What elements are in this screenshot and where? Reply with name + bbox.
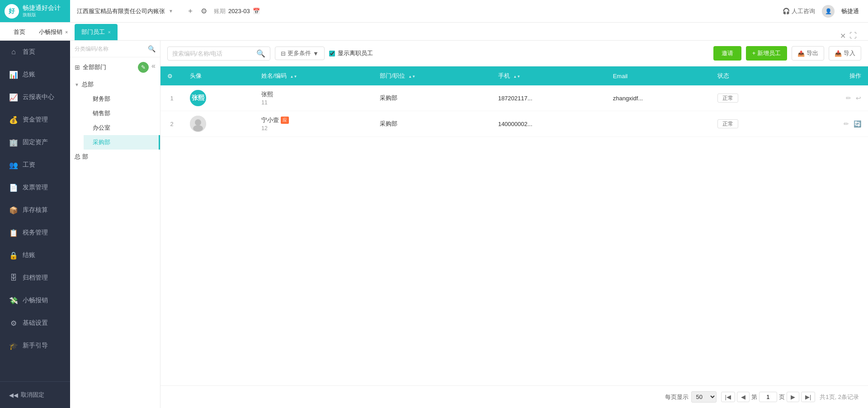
sidebar-item-expense[interactable]: 💸 小畅报销: [0, 289, 70, 312]
employee-search-input[interactable]: [172, 50, 254, 57]
sidebar-item-fund[interactable]: 💰 资金管理: [0, 108, 70, 131]
page-number-input[interactable]: [759, 392, 777, 402]
edit-icon-1[interactable]: ✏: [846, 94, 851, 102]
page-label: 页: [779, 393, 785, 401]
sidebar-item-ledger[interactable]: 📊 总账: [0, 63, 70, 86]
col-settings[interactable]: ⚙: [160, 66, 183, 85]
sidebar-label-ledger: 总账: [23, 70, 35, 79]
sidebar-label-invoice: 发票管理: [23, 183, 48, 192]
more-filter-button[interactable]: ⊟ 更多条件 ▼: [275, 47, 325, 60]
dept-node-zongbu2[interactable]: 总 部: [70, 150, 160, 164]
table-row: 2: [160, 111, 868, 137]
employee-table: ⚙ 头像 姓名/编码 ▲▼ 部门/职位 ▲▼ 手机: [160, 66, 868, 385]
col-dept[interactable]: 部门/职位 ▲▼: [373, 66, 491, 85]
salary-icon: 👥: [9, 161, 18, 169]
dept-search-input[interactable]: [75, 46, 145, 52]
table-row: 1 张熙 张熙 11 采购部 187202117..: [160, 85, 868, 111]
sidebar-item-invoice[interactable]: 📄 发票管理: [0, 176, 70, 199]
action-icons-2: ✏ 🔄: [800, 120, 861, 127]
all-dept-label: 全部部门: [83, 63, 106, 71]
name-cell-2: 宁小壹 应 12: [255, 111, 373, 137]
sidebar-item-inventory[interactable]: 📦 库存核算: [0, 199, 70, 221]
sidebar-item-archive[interactable]: 🗄 归档管理: [0, 267, 70, 289]
export-button[interactable]: 📤 导出: [792, 46, 824, 61]
tab-expense-close[interactable]: ×: [65, 29, 68, 35]
page-next-button[interactable]: ▶: [787, 392, 799, 402]
sidebar-item-settle[interactable]: 🔒 结账: [0, 244, 70, 267]
col-status: 状态: [711, 66, 793, 85]
add-employee-button[interactable]: + 新增员工: [746, 46, 787, 61]
calendar-icon[interactable]: 📅: [253, 8, 260, 14]
tab-dept[interactable]: 部门员工 ×: [75, 24, 117, 40]
page-size-label: 每页显示: [665, 393, 689, 401]
unfix-button[interactable]: ◀◀ 取消固定: [0, 386, 70, 403]
sidebar-item-salary[interactable]: 👥 工资: [0, 154, 70, 176]
sidebar-label-settings: 基础设置: [23, 319, 48, 327]
sidebar-item-reports[interactable]: 📈 云报表中心: [0, 86, 70, 108]
col-name[interactable]: 姓名/编码 ▲▼: [255, 66, 373, 85]
window-close-btn[interactable]: ✕: [840, 32, 846, 40]
logo-text-area: 畅捷通好会计 旗舰版: [23, 4, 61, 18]
page-navigation: |◀ ◀ 第 页 ▶ ▶|: [721, 392, 816, 402]
add-icon[interactable]: ＋: [187, 6, 194, 16]
page-last-button[interactable]: ▶|: [801, 392, 815, 402]
settings-icon[interactable]: ⚙: [201, 7, 207, 15]
dept-add-button[interactable]: ✎: [138, 62, 149, 73]
invite-button[interactable]: 邀请: [713, 46, 741, 61]
inventory-icon: 📦: [9, 206, 18, 215]
period-area: 账期 2023-03 📅: [214, 7, 260, 15]
filter-icon: ⊟: [281, 50, 286, 57]
svg-point-2: [193, 125, 203, 131]
dept-node-caiwu[interactable]: 财务部: [84, 92, 160, 106]
delete-icon-2[interactable]: 🔄: [854, 120, 861, 127]
assets-icon: 🏢: [9, 138, 18, 147]
expense-icon: 💸: [9, 296, 18, 305]
emp-name-1: 张熙: [261, 90, 366, 98]
total-info: 共1页, 2条记录: [820, 393, 859, 401]
tab-expense[interactable]: 小畅报销 ×: [32, 24, 75, 40]
employee-toolbar: 🔍 ⊟ 更多条件 ▼ 显示离职员工 邀请 + 新增员工: [160, 41, 868, 66]
avatar-icon: 👤: [825, 8, 832, 14]
show-resigned-checkbox[interactable]: [329, 51, 335, 56]
dept-node-caigou[interactable]: 采购部: [84, 135, 160, 150]
company-selector[interactable]: 江西服宝精品有限责任公司内账张 ▼: [70, 7, 180, 15]
col-phone[interactable]: 手机 ▲▼: [491, 66, 606, 85]
row-num-1: 1: [160, 85, 183, 111]
window-expand-btn[interactable]: ⛶: [849, 32, 857, 40]
filter-label: 更多条件: [288, 49, 311, 57]
user-avatar[interactable]: 👤: [822, 5, 835, 18]
import-button[interactable]: 📥 导入: [829, 46, 861, 61]
dept-node-zongbu-parent[interactable]: ▼ 总部: [70, 77, 160, 92]
sidebar-item-guide[interactable]: 🎓 新手引导: [0, 334, 70, 357]
col-avatar: 头像: [183, 66, 255, 85]
page-first-button[interactable]: |◀: [721, 392, 735, 402]
dept-collapse-button[interactable]: «: [151, 62, 156, 73]
avatar-cell-1: 张熙: [183, 85, 255, 111]
tab-expense-label: 小畅报销: [39, 28, 62, 36]
top-header: 好 畅捷通好会计 旗舰版 江西服宝精品有限责任公司内账张 ▼ ＋ ⚙ 账期 20…: [0, 0, 868, 23]
edit-icon-2[interactable]: ✏: [844, 120, 849, 127]
all-dept-selector[interactable]: ⊞ 全部部门: [75, 63, 106, 71]
sidebar-item-settings[interactable]: ⚙ 基础设置: [0, 312, 70, 334]
page-size-select[interactable]: 10 20 50 100: [691, 391, 717, 403]
service-button[interactable]: 🎧 人工咨询: [783, 7, 815, 15]
page-prev-button[interactable]: ◀: [737, 392, 750, 402]
avatar-2: [190, 116, 206, 132]
show-resigned-area: 显示离职员工: [329, 49, 373, 57]
tab-home[interactable]: 首页: [7, 24, 32, 40]
row-num-2: 2: [160, 111, 183, 137]
action-icons-1: ✏ ↩: [800, 94, 861, 102]
sidebar-scroll: ⌂ 首页 📊 总账 📈 云报表中心 💰 资金管理 🏢 固定资产 👥 工资: [0, 41, 70, 381]
sidebar-item-tax[interactable]: 📋 税务管理: [0, 221, 70, 244]
page-size-selector: 每页显示 10 20 50 100: [665, 391, 717, 403]
dept-node-xiaoshou[interactable]: 销售部: [84, 106, 160, 121]
logout-icon-1[interactable]: ↩: [856, 94, 861, 102]
dept-node-bangong[interactable]: 办公室: [84, 121, 160, 135]
tab-dept-close[interactable]: ×: [108, 29, 110, 35]
sidebar-item-assets[interactable]: 🏢 固定资产: [0, 131, 70, 154]
sidebar-label-expense: 小畅报销: [23, 296, 48, 305]
dept-caigou-label: 采购部: [93, 138, 110, 146]
table-header-row: ⚙ 头像 姓名/编码 ▲▼ 部门/职位 ▲▼ 手机: [160, 66, 868, 85]
sidebar-item-home[interactable]: ⌂ 首页: [0, 41, 70, 63]
logo-icon: 好: [5, 4, 19, 19]
